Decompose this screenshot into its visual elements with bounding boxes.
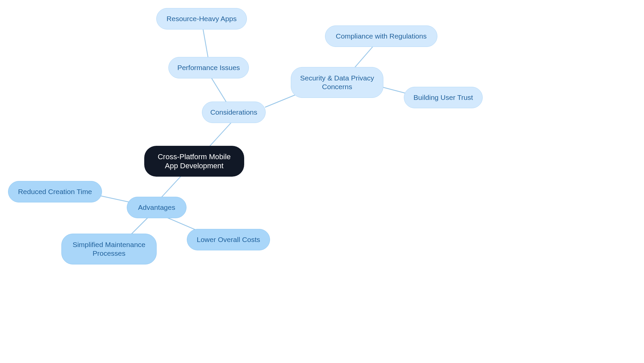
node-lower-costs[interactable]: Lower Overall Costs — [187, 229, 270, 250]
node-label: Simplified Maintenance Processes — [70, 240, 148, 258]
node-label: Security & Data Privacy Concerns — [299, 74, 375, 92]
node-label: Performance Issues — [177, 63, 240, 72]
edges-layer — [0, 0, 644, 363]
edge — [207, 122, 231, 149]
node-considerations[interactable]: Considerations — [202, 102, 266, 123]
node-label: Lower Overall Costs — [197, 235, 260, 244]
edge — [211, 78, 226, 102]
node-reduced-time[interactable]: Reduced Creation Time — [8, 181, 102, 202]
node-compliance[interactable]: Compliance with Regulations — [325, 25, 437, 47]
node-label: Building User Trust — [414, 93, 473, 102]
node-label: Reduced Creation Time — [18, 187, 92, 196]
node-label: Considerations — [210, 108, 257, 117]
edge — [352, 45, 374, 70]
node-advantages[interactable]: Advantages — [127, 197, 186, 218]
edge — [203, 28, 208, 57]
node-label: Cross-Platform Mobile App Development — [152, 152, 236, 171]
node-label: Resource-Heavy Apps — [167, 14, 237, 23]
node-root[interactable]: Cross-Platform Mobile App Development — [144, 146, 244, 177]
node-resource-heavy[interactable]: Resource-Heavy Apps — [156, 8, 247, 29]
edge — [161, 176, 181, 198]
node-simplified-maintenance[interactable]: Simplified Maintenance Processes — [61, 234, 157, 264]
node-label: Compliance with Regulations — [336, 32, 427, 41]
mindmap-canvas: Cross-Platform Mobile App Development Co… — [0, 0, 644, 363]
node-security-privacy[interactable]: Security & Data Privacy Concerns — [291, 67, 383, 98]
node-label: Advantages — [138, 203, 175, 212]
node-performance-issues[interactable]: Performance Issues — [168, 57, 249, 78]
node-building-trust[interactable]: Building User Trust — [404, 87, 483, 108]
